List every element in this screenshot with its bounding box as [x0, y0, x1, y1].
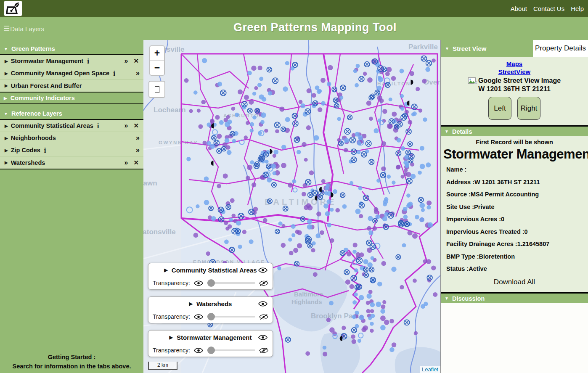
map-marker[interactable]: [297, 243, 302, 248]
map-marker[interactable]: [309, 170, 314, 175]
map-marker[interactable]: [291, 224, 296, 229]
map-marker[interactable]: [382, 141, 386, 145]
map-marker[interactable]: [404, 320, 410, 325]
map-marker[interactable]: [238, 213, 244, 219]
map-marker[interactable]: [270, 149, 273, 154]
map-marker[interactable]: [323, 346, 326, 349]
map-marker[interactable]: [277, 266, 281, 270]
full-extent-button[interactable]: [148, 81, 165, 98]
leaflet-attribution[interactable]: Leaflet: [420, 366, 440, 373]
map-marker[interactable]: [380, 172, 386, 178]
map-marker[interactable]: [275, 229, 280, 234]
map-marker[interactable]: [305, 236, 311, 242]
map-marker[interactable]: [279, 107, 284, 112]
map-marker[interactable]: [327, 223, 331, 228]
transparent-eye-off-icon[interactable]: [259, 280, 268, 286]
opaque-eye-icon[interactable]: [194, 348, 203, 353]
map-marker[interactable]: [382, 216, 387, 221]
map-marker[interactable]: [318, 89, 322, 93]
map-marker[interactable]: [382, 300, 386, 304]
map-marker[interactable]: [326, 199, 331, 204]
map-marker[interactable]: [408, 158, 413, 163]
maps-link[interactable]: Maps: [506, 60, 522, 68]
map-marker[interactable]: [258, 66, 262, 70]
map-marker[interactable]: [370, 322, 374, 326]
map-marker[interactable]: [385, 82, 390, 87]
map-marker[interactable]: [207, 122, 211, 127]
map-marker[interactable]: [420, 146, 424, 151]
map-marker[interactable]: [416, 87, 420, 91]
map-marker[interactable]: [235, 113, 239, 117]
map-marker[interactable]: [400, 94, 404, 98]
map-marker[interactable]: [352, 300, 357, 304]
map-marker[interactable]: [351, 334, 355, 339]
map-marker[interactable]: [378, 77, 384, 82]
map-marker[interactable]: [302, 142, 307, 147]
map-marker[interactable]: [306, 203, 311, 208]
opaque-eye-icon[interactable]: [194, 314, 203, 320]
map-marker[interactable]: [391, 267, 396, 272]
map-marker[interactable]: [347, 252, 351, 257]
map-marker[interactable]: [359, 295, 364, 300]
map-marker[interactable]: [396, 165, 400, 169]
map-marker[interactable]: [268, 199, 273, 204]
map-marker[interactable]: [372, 59, 378, 64]
map-marker[interactable]: [295, 230, 299, 234]
map-marker[interactable]: [314, 135, 319, 141]
map-marker[interactable]: [357, 284, 362, 289]
open-layer-icon[interactable]: »: [136, 134, 139, 142]
site-logo[interactable]: [4, 1, 22, 16]
map-marker[interactable]: [330, 208, 334, 212]
sidebar-section-green-patterns[interactable]: ▼Green Patterns: [0, 43, 143, 55]
open-layer-icon[interactable]: »: [124, 122, 127, 130]
map-marker[interactable]: [311, 93, 316, 98]
map-marker[interactable]: [305, 179, 311, 185]
map-marker[interactable]: [247, 71, 252, 75]
map-marker[interactable]: [381, 304, 386, 309]
transparent-eye-off-icon[interactable]: [259, 348, 268, 353]
map-marker[interactable]: [426, 162, 431, 167]
map-marker[interactable]: [285, 117, 290, 122]
map-marker[interactable]: [249, 100, 254, 105]
layer-item-urban-forest-and-buffer[interactable]: ▶Urban Forest And Buffer: [0, 79, 143, 92]
map-marker[interactable]: [375, 90, 380, 95]
map-marker[interactable]: [229, 247, 235, 253]
map-marker[interactable]: [387, 67, 392, 72]
map-marker[interactable]: [409, 71, 414, 76]
map-marker[interactable]: [327, 82, 331, 86]
map-marker[interactable]: [283, 87, 288, 92]
map-marker[interactable]: [412, 111, 416, 116]
map-marker[interactable]: [373, 128, 379, 133]
pan-right-button[interactable]: Right: [517, 97, 540, 120]
map-marker[interactable]: [369, 116, 373, 121]
map-marker[interactable]: [249, 209, 254, 214]
map-marker[interactable]: [267, 177, 272, 183]
map-marker[interactable]: [313, 272, 318, 277]
map-marker[interactable]: [236, 220, 241, 225]
map-marker[interactable]: [307, 219, 312, 224]
map-marker[interactable]: [352, 339, 356, 344]
map-marker[interactable]: [377, 282, 382, 287]
map-marker[interactable]: [369, 267, 374, 272]
map-marker[interactable]: [196, 204, 199, 208]
map-marker[interactable]: [206, 251, 210, 256]
map-marker[interactable]: [271, 164, 276, 169]
map-marker[interactable]: [212, 130, 217, 135]
map-marker[interactable]: [294, 261, 299, 266]
map-marker[interactable]: [359, 315, 364, 320]
map-marker[interactable]: [389, 119, 394, 124]
map-marker[interactable]: [340, 85, 346, 90]
map-marker[interactable]: [250, 129, 254, 132]
map-marker[interactable]: [397, 138, 401, 143]
map-marker[interactable]: [412, 233, 418, 239]
map-marker[interactable]: [361, 151, 367, 157]
map-marker[interactable]: [273, 78, 278, 84]
map-marker[interactable]: [420, 164, 425, 169]
map-marker[interactable]: [382, 109, 387, 114]
transparency-slider[interactable]: [207, 349, 255, 351]
map-marker[interactable]: [418, 108, 422, 112]
map-marker[interactable]: [359, 214, 363, 218]
map-marker[interactable]: [366, 101, 371, 106]
map-marker[interactable]: [316, 212, 321, 217]
map-marker[interactable]: [431, 265, 436, 270]
